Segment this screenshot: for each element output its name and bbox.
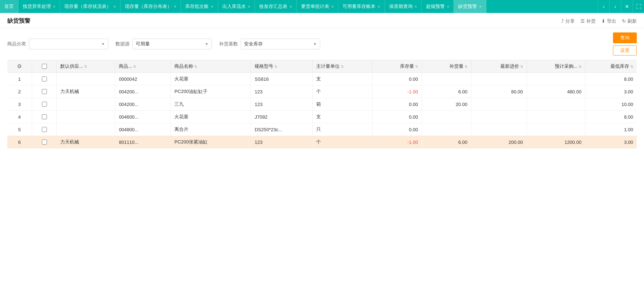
close-stock2-tab[interactable]: × (174, 4, 176, 9)
cell-price (471, 111, 527, 123)
replenish-btn[interactable]: ☰ 补货 (580, 18, 596, 25)
cell-name: PC200油缸缸子 (171, 85, 251, 98)
replenish-base-chevron-down-icon: ▼ (313, 42, 317, 46)
datasource-select-value: 可用量 (136, 41, 203, 47)
cell-stock: 0.00 (373, 123, 422, 136)
nav-tab-expiry[interactable]: 保质期查询 × (385, 0, 422, 13)
export-btn[interactable]: ⬇ 导出 (601, 18, 616, 25)
table-row: 3 004200... 三九 123 箱 0.00 20.00 10.00 (7, 98, 637, 111)
refresh-btn[interactable]: ↻ 刷新 (622, 18, 637, 25)
cell-plan-purchase (527, 98, 585, 111)
category-filter-group: 商品分类 ▼ (7, 39, 108, 49)
cell-num: 3 (7, 98, 32, 111)
th-min-stock[interactable]: 最低库存 ⇅ (585, 60, 637, 73)
refresh-icon: ↻ (622, 18, 626, 24)
nav-tab-flow[interactable]: 出入库流水 × (218, 0, 255, 13)
close-stock1-tab[interactable]: × (113, 4, 116, 9)
nav-prev-btn[interactable]: ‹ (598, 0, 609, 13)
row-checkbox-5[interactable] (42, 140, 47, 145)
cell-min-stock: 8.00 (585, 73, 637, 85)
close-available-tab[interactable]: × (378, 4, 380, 9)
th-unit[interactable]: 主计量单位 ⇅ (313, 60, 373, 73)
th-plan[interactable]: 预计采购... ⇅ (527, 60, 585, 73)
th-code[interactable]: 商品... ⇅ (115, 60, 171, 73)
row-checkbox-3[interactable] (42, 114, 47, 119)
nav-tab-shortage[interactable]: 缺货预警 × (454, 0, 486, 13)
share-btn[interactable]: ⤴ 分享 (561, 18, 575, 25)
table-row: 5 004800... 离合片 DS250*23c... 只 0.00 1.00 (7, 123, 637, 136)
cell-unit: 只 (313, 123, 373, 136)
cell-stock: 0.00 (373, 111, 422, 123)
replenish-base-label: 补货基数 (219, 41, 238, 47)
table-row: 4 004600... 火花塞 J7092 支 0.00 8.00 (7, 111, 637, 123)
close-flow-tab[interactable]: × (248, 4, 250, 9)
sort-min-icon: ⇅ (630, 65, 633, 69)
cell-num: 4 (7, 111, 32, 123)
replenish-base-select-value: 安全库存 (244, 41, 312, 47)
nav-next-btn[interactable]: › (609, 0, 621, 13)
settings-gear-icon[interactable]: ⚙ (17, 63, 22, 69)
cell-unit: 个 (313, 136, 373, 149)
share-icon: ⤴ (561, 18, 564, 24)
cell-checkbox (32, 85, 56, 98)
cell-price: 200.00 (471, 136, 527, 149)
cell-supplier (57, 98, 115, 111)
settings-button[interactable]: 设置 (613, 45, 637, 56)
cell-plan-purchase (527, 73, 585, 85)
close-reqstat-tab[interactable]: × (331, 4, 334, 9)
nav-tab-stock2[interactable]: 现存量（库存分布表） × (121, 0, 181, 13)
close-shortage-tab[interactable]: × (479, 4, 481, 9)
row-checkbox-2[interactable] (42, 102, 47, 107)
nav-tab-reqstat[interactable]: 要货单统计表 × (297, 0, 338, 13)
replenish-base-select[interactable]: 安全库存 ▼ (241, 39, 320, 49)
th-price[interactable]: 最新进价 ⇅ (471, 60, 527, 73)
close-overstock-tab[interactable]: × (447, 4, 449, 9)
nav-fullscreen-btn[interactable]: ⛶ (632, 0, 644, 13)
cell-code: 004200... (115, 85, 171, 98)
cell-supplier (57, 111, 115, 123)
sort-spec-icon: ⇅ (274, 65, 277, 69)
cell-min-stock: 3.00 (585, 136, 637, 149)
row-checkbox-4[interactable] (42, 127, 47, 132)
select-all-checkbox[interactable] (42, 64, 47, 69)
nav-tab-picking[interactable]: 拣货异常处理 × (18, 0, 60, 13)
cell-checkbox (32, 136, 56, 149)
cell-unit: 个 (313, 85, 373, 98)
replenish-base-filter-group: 补货基数 安全库存 ▼ (219, 39, 320, 49)
th-replenish[interactable]: 补货量 ⇅ (422, 60, 471, 73)
th-stock[interactable]: 库存量 ⇅ (373, 60, 422, 73)
cell-num: 2 (7, 85, 32, 98)
replenish-icon: ☰ (580, 18, 585, 24)
nav-tab-stock1[interactable]: 现存量（库存状况表） × (60, 0, 120, 13)
nav-tab-overstock[interactable]: 超储预警 × (422, 0, 454, 13)
sort-code-icon: ⇅ (133, 65, 136, 69)
th-checkbox (32, 60, 56, 73)
cell-name: 火花塞 (171, 73, 251, 85)
cell-min-stock: 3.00 (585, 85, 637, 98)
close-summary-tab[interactable]: × (290, 4, 292, 9)
query-button[interactable]: 查询 (613, 32, 637, 43)
th-supplier[interactable]: 默认供应... ⇅ (57, 60, 115, 73)
cell-num: 6 (7, 136, 32, 149)
th-spec[interactable]: 规格型号 ⇅ (251, 60, 313, 73)
nav-tab-batch[interactable]: 库存批次账 × (181, 0, 218, 13)
cell-plan-purchase (527, 111, 585, 123)
cell-num: 1 (7, 73, 32, 85)
th-name[interactable]: 商品名称 ⇅ (171, 60, 251, 73)
category-select[interactable]: ▼ (29, 39, 108, 49)
close-batch-tab[interactable]: × (211, 4, 213, 9)
close-expiry-tab[interactable]: × (415, 4, 417, 9)
close-picking-tab[interactable]: × (53, 4, 55, 9)
cell-price (471, 123, 527, 136)
nav-close-btn[interactable]: ✕ (621, 0, 632, 13)
nav-tab-home[interactable]: 首页 (0, 0, 18, 13)
nav-tab-available[interactable]: 可用量库存账本 × (338, 0, 384, 13)
cell-checkbox (32, 73, 56, 85)
nav-tab-summary[interactable]: 收发存汇总表 × (255, 0, 296, 13)
row-checkbox-0[interactable] (42, 76, 47, 81)
cell-replenish (422, 111, 471, 123)
cell-supplier: 力天机械 (57, 85, 115, 98)
cell-price (471, 73, 527, 85)
datasource-select[interactable]: 可用量 ▼ (132, 39, 212, 49)
row-checkbox-1[interactable] (42, 89, 47, 94)
